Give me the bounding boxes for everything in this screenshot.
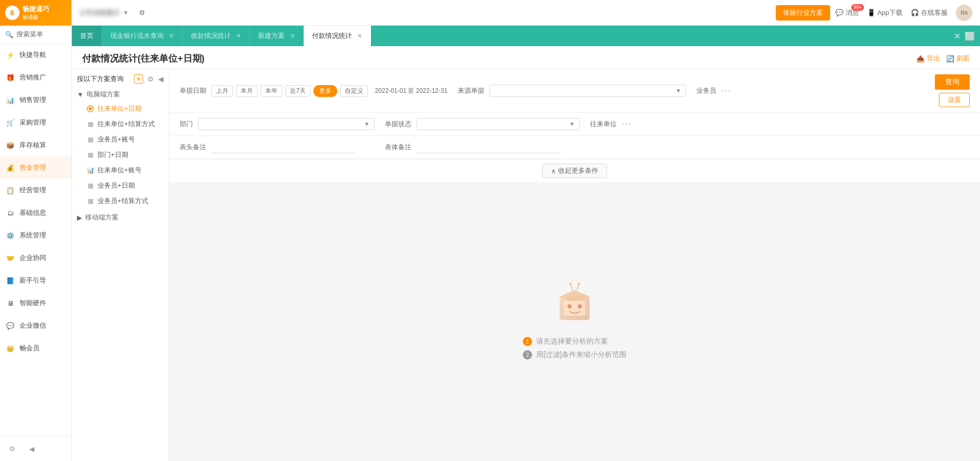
tab-newplan[interactable]: 新建方案 ✕ [250,26,304,46]
scheme-item-4[interactable]: ▦ 部门+日期 [72,147,169,163]
date-btn-thismonth[interactable]: 本月 [236,85,258,97]
sidebar-label-finance: 资金管理 [19,163,46,172]
page-title: 付款情况统计(往来单位+日期) [82,52,205,65]
sidebar-item-inventory[interactable]: 📦 库存核算 [0,134,71,156]
partner-dots-btn[interactable]: ··· [622,119,632,129]
date-btn-more[interactable]: 更多 [313,85,337,97]
scheme-group-pc-header[interactable]: ▼ 电脑端方案 [72,88,169,101]
dept-select[interactable]: ▼ [198,118,375,130]
sidebar-item-sales[interactable]: 📊 销售管理 [0,89,71,111]
scheme-item-icon-6: ▦ [86,182,94,190]
sidebar-item-quicknav[interactable]: ⚡ 快捷导航 [0,44,71,66]
tab-payment[interactable]: 付款情况统计 ✕ [304,26,371,46]
body-note-input[interactable] [417,141,560,153]
export-icon: 📤 [916,55,925,63]
scheme-item-5[interactable]: 📊 往来单位+账号 [72,163,169,178]
scheme-item-3[interactable]: ▦ 业务员+账号 [72,132,169,147]
scheme-group-mobile: ▶ 移动端方案 [72,211,169,224]
tab-receipt-label: 收款情况统计 [191,31,231,41]
refresh-btn[interactable]: 🔄 刷新 [946,54,970,63]
empty-illustration [549,279,600,331]
tab-newplan-label: 新建方案 [258,31,285,41]
operation-icon: 📋 [5,185,15,195]
wechat-icon: 💬 [5,320,15,331]
company-selector[interactable]: 公司名称显示 ▼ [80,8,129,17]
sidebar-item-system[interactable]: ⚙️ 系统管理 [0,224,71,247]
coop-icon: 🤝 [5,253,15,263]
sidebar-item-guide[interactable]: 📘 新手引导 [0,269,71,292]
date-btn-lastmonth[interactable]: 上月 [211,85,233,97]
collapse-conditions-label: 收起更多条件 [558,166,598,175]
tab-cashflow-close[interactable]: ✕ [169,32,174,39]
tab-payment-close[interactable]: ✕ [357,32,362,39]
hardware-icon: 🖥 [5,298,15,308]
tabbar-actions: ✕ ⬜ [949,26,980,46]
scheme-collapse-btn[interactable]: ◀ [158,75,164,83]
chevron-up-icon: ∧ [551,167,556,175]
topbar-settings-btn[interactable]: ⚙ [134,5,150,21]
svg-point-10 [578,283,580,285]
sidebar-item-finance[interactable]: 💰 资金管理 [0,156,71,179]
trial-btn[interactable]: 体验行业方案 [776,5,830,21]
sidebar-item-vip[interactable]: 👑 畅会员 [0,337,71,359]
tab-newplan-close[interactable]: ✕ [290,32,295,39]
scheme-group-mobile-header[interactable]: ▶ 移动端方案 [72,211,169,224]
app-icon: 📱 [867,9,875,16]
sidebar-item-basic[interactable]: 🗂 基础信息 [0,202,71,224]
app-download-btn[interactable]: 📱 App下载 [867,8,903,17]
date-btn-custom[interactable]: 自定义 [340,85,368,97]
search-menu[interactable]: 🔍 搜索菜单 [0,26,71,44]
tab-cashflow[interactable]: 现金银行流水查询 ✕ [102,26,183,46]
setting-btn[interactable]: 设置 [939,93,970,107]
finance-icon: 💰 [5,163,15,173]
sidebar-header: 6 畅捷通巧 标准版 [0,0,71,26]
header-note-group: 表头备注 [180,141,375,153]
online-service-btn[interactable]: 🎧 在线客服 [911,8,948,17]
footer-collapse-btn[interactable]: ◀ [25,442,39,456]
status-select[interactable]: ▼ [417,118,580,130]
export-btn[interactable]: 📤 导出 [916,54,940,63]
source-select[interactable]: ▼ [489,85,686,97]
date-filter-group: 单据日期 上月 本月 本年 近7天 更多 自定义 2022-01-01 至 20… [180,85,447,97]
quicknav-icon: ⚡ [5,50,15,60]
empty-tip-1: 1 请先选择要分析的方案 [523,337,626,346]
sidebar-nav: ⚡ 快捷导航 🎁 营销推广 📊 销售管理 🛒 采购管理 📦 库存核算 💰 资金管… [0,44,71,436]
date-btn-thisyear[interactable]: 本年 [261,85,282,97]
user-avatar[interactable]: Rit [956,5,972,21]
sidebar-item-coop[interactable]: 🤝 企业协同 [0,247,71,269]
salesperson-dots-btn[interactable]: ··· [721,86,731,95]
sidebar-item-hardware[interactable]: 🖥 智能硬件 [0,292,71,314]
date-buttons: 上月 本月 本年 近7天 更多 自定义 [211,85,368,97]
filters-panel: 单据日期 上月 本月 本年 近7天 更多 自定义 2022-01-01 至 20… [169,69,980,461]
tab-home[interactable]: 首页 [72,26,102,46]
scheme-add-btn[interactable]: + [134,74,143,84]
collapse-conditions-btn[interactable]: ∧ 收起更多条件 [542,164,607,178]
query-btn[interactable]: 查询 [935,74,970,90]
partner-label: 往来单位 [590,119,617,129]
scheme-settings-btn[interactable]: ⚙ [147,75,154,83]
dept-filter-group: 部门 ▼ [180,118,375,130]
tab-receipt-close[interactable]: ✕ [236,32,241,39]
page-actions: 📤 导出 🔄 刷新 [916,54,970,63]
tab-expand-btn[interactable]: ⬜ [965,31,975,41]
collapse-bar: ∧ 收起更多条件 [169,159,980,182]
tab-receipt[interactable]: 收款情况统计 ✕ [183,26,250,46]
sidebar-item-operation[interactable]: 📋 经营管理 [0,179,71,202]
footer-settings-btn[interactable]: ⚙ [5,442,19,456]
scheme-item-2[interactable]: ▦ 往来单位+结算方式 [72,116,169,132]
scheme-item-1[interactable]: 往来单位+日期 [72,101,169,116]
date-btn-7days[interactable]: 近7天 [285,85,310,97]
sidebar-item-purchase[interactable]: 🛒 采购管理 [0,111,71,134]
topbar: 公司名称显示 ▼ ⚙ 体验行业方案 💬 消息 99+ 📱 App下载 🎧 在线客… [72,0,980,26]
tip-num-1: 1 [523,337,532,346]
dept-select-arrow: ▼ [364,121,370,128]
scheme-item-6[interactable]: ▦ 业务员+日期 [72,178,169,193]
sidebar-item-marketing[interactable]: 🎁 营销推广 [0,66,71,89]
header-note-input[interactable] [211,141,355,153]
sidebar-label-coop: 企业协同 [19,253,46,263]
tab-close-all-btn[interactable]: ✕ [954,31,961,41]
scheme-item-icon-5: 📊 [86,166,94,174]
scheme-item-7[interactable]: ▦ 业务员+结算方式 [72,193,169,209]
sidebar-item-wechat[interactable]: 💬 企业微信 [0,314,71,337]
notification-btn[interactable]: 💬 消息 99+ [835,8,859,17]
